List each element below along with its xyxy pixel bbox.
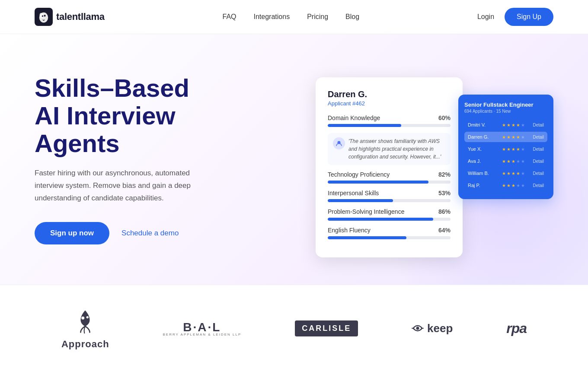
job-card: Senior Fullstack Engineer 694 Applicants…: [458, 95, 553, 199]
nav-link-integrations[interactable]: Integrations: [254, 13, 290, 21]
navbar: talentllama FAQ Integrations Pricing Blo…: [0, 0, 588, 34]
logo-approach: Approach: [61, 307, 109, 350]
hero-buttons: Sign up now Schedule a demo: [35, 222, 242, 244]
hero-section: Skills–Based AI Interview Agents Faster …: [0, 34, 588, 285]
hero-title: Skills–Based AI Interview Agents: [35, 74, 242, 157]
signup-button[interactable]: Sign Up: [505, 8, 553, 26]
hero-content: Skills–Based AI Interview Agents Faster …: [35, 74, 242, 244]
logos-section: Approach B·A·L Berry Appleman & Leiden L…: [0, 285, 588, 371]
quote-avatar: [333, 137, 345, 149]
metric-interpersonal: Interpersonal Skills 53%: [328, 190, 451, 202]
logo-carlisle: CARLISLE: [295, 320, 358, 336]
applicant-id: Applicant #462: [328, 100, 451, 107]
candidate-row-ava: Ava J. ★★★★★ Detail: [464, 156, 547, 166]
logo-keep: keep: [412, 322, 453, 335]
job-title: Senior Fullstack Engineer: [464, 101, 547, 108]
candidate-row-william: William B. ★★★★★ Detail: [464, 168, 547, 178]
logo-text: talentllama: [56, 11, 105, 22]
progress-fill-domain: [328, 124, 401, 127]
candidate-row-dmitri: Dmitri V. ★★★★★ Detail: [464, 120, 547, 130]
login-button[interactable]: Login: [477, 13, 494, 21]
candidate-row-yue: Yue X. ★★★★★ Detail: [464, 144, 547, 154]
detail-link-ava[interactable]: Detail: [533, 159, 544, 164]
nav-actions: Login Sign Up: [477, 8, 553, 26]
candidate-row-darren: Darren G. ★★★★★ Detail: [464, 132, 547, 142]
approach-label: Approach: [61, 339, 109, 350]
candidate-quote: 'The answer shows familiarity with AWS a…: [328, 133, 451, 165]
svg-point-6: [86, 316, 89, 318]
logo[interactable]: talentllama: [35, 8, 105, 26]
candidate-name: Darren G.: [328, 89, 451, 99]
metric-problem-solving: Problem-Solving Intelligence 86%: [328, 208, 451, 221]
metric-domain: Domain Knowledge 60%: [328, 114, 451, 127]
job-applicants: 694 Applicants · 15 New: [464, 109, 547, 114]
detail-link-raj[interactable]: Detail: [533, 183, 544, 188]
svg-point-7: [416, 327, 419, 330]
hero-signup-button[interactable]: Sign up now: [35, 222, 109, 244]
logo-icon: [35, 8, 53, 26]
hero-cards: Darren G. Applicant #462 Domain Knowledg…: [311, 69, 553, 250]
detail-link-dmitri[interactable]: Detail: [533, 123, 544, 127]
progress-bar-domain: [328, 124, 451, 127]
metric-english: English Fluency 64%: [328, 227, 451, 239]
candidate-row-raj: Raj P. ★★★★★ Detail: [464, 180, 547, 190]
detail-link-william[interactable]: Detail: [533, 171, 544, 176]
nav-link-pricing[interactable]: Pricing: [307, 13, 328, 21]
keep-icon: [412, 323, 424, 333]
approach-icon: [70, 307, 100, 337]
nav-link-blog[interactable]: Blog: [345, 13, 359, 21]
nav-link-faq[interactable]: FAQ: [223, 13, 236, 21]
detail-link-darren[interactable]: Detail: [533, 135, 544, 140]
detail-link-yue[interactable]: Detail: [533, 147, 544, 152]
svg-point-2: [44, 15, 45, 16]
hero-subtitle: Faster hiring with our asynchronous, aut…: [35, 167, 216, 205]
svg-point-5: [82, 317, 85, 320]
nav-links: FAQ Integrations Pricing Blog: [223, 13, 360, 21]
metric-tech: Technology Proficiency 82%: [328, 171, 451, 184]
svg-point-3: [42, 16, 43, 17]
schedule-demo-link[interactable]: Schedule a demo: [121, 229, 179, 238]
candidate-card: Darren G. Applicant #462 Domain Knowledg…: [316, 77, 463, 257]
logo-rpa: rpa: [506, 320, 527, 336]
quote-text: 'The answer shows familiarity with AWS a…: [348, 137, 445, 161]
logo-bal: B·A·L Berry Appleman & Leiden LLP: [163, 320, 242, 336]
